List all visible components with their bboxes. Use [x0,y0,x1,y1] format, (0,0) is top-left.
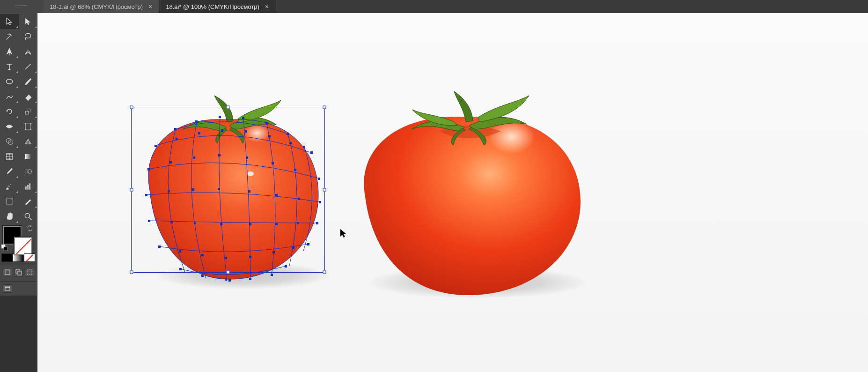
svg-rect-67 [249,223,251,225]
svg-point-6 [25,123,26,125]
perspective-grid-tool[interactable] [19,134,37,149]
svg-rect-40 [176,138,178,140]
free-transform-tool[interactable] [19,119,37,134]
svg-point-30 [218,120,283,167]
svg-rect-4 [28,109,31,112]
column-graph-tool[interactable] [19,179,37,194]
ellipse-tool[interactable] [0,74,19,89]
slice-tool[interactable] [19,194,37,209]
svg-rect-60 [275,194,278,196]
blend-tool[interactable] [19,164,37,179]
default-fill-stroke-icon[interactable] [1,244,8,252]
svg-rect-35 [242,117,244,119]
svg-rect-85 [228,279,231,282]
mesh-object-tomato-left[interactable] [131,82,328,289]
svg-rect-73 [201,254,204,256]
draw-inside-button[interactable] [25,268,34,276]
rotate-tool[interactable] [0,104,19,119]
svg-rect-55 [145,194,147,196]
draw-normal-button[interactable] [3,268,12,276]
stroke-color-swatch[interactable] [14,237,32,255]
zoom-tool[interactable] [19,209,37,224]
svg-rect-50 [218,154,221,156]
svg-rect-49 [193,156,195,159]
svg-point-21 [25,213,29,218]
swap-fill-stroke-icon[interactable] [27,225,33,231]
artboard-tool[interactable] [0,194,19,209]
draw-behind-button[interactable] [14,268,23,276]
symbol-sprayer-tool[interactable] [0,179,19,194]
svg-rect-63 [148,220,150,222]
svg-rect-24 [5,270,10,275]
tool-grid [0,14,37,224]
cursor-icon [339,229,347,238]
type-tool[interactable] [0,59,19,74]
svg-rect-23 [4,247,7,251]
svg-rect-29 [5,287,10,288]
fill-stroke-swatches [0,224,37,253]
svg-rect-59 [248,190,250,193]
mesh-tool[interactable] [0,149,19,164]
svg-rect-83 [271,274,273,276]
svg-point-2 [6,79,12,84]
close-icon[interactable]: × [147,3,153,10]
svg-rect-54 [318,178,320,180]
svg-rect-78 [307,243,309,246]
panel-drag-handle[interactable] [0,0,43,13]
svg-rect-77 [292,246,294,249]
svg-rect-44 [268,135,271,137]
shape-builder-tool[interactable] [0,134,19,149]
close-icon[interactable]: × [264,3,270,10]
svg-rect-75 [249,256,251,258]
hand-tool[interactable] [0,209,19,224]
svg-rect-43 [245,130,247,133]
svg-rect-17 [25,186,27,190]
curvature-tool[interactable] [19,44,37,59]
tools-panel [0,13,37,296]
svg-rect-66 [220,223,222,225]
document-tab-2[interactable]: 18.ai* @ 100% (CMYK/Просмотр) × [159,0,276,13]
gradient-tool[interactable] [19,149,37,164]
svg-rect-62 [319,201,321,203]
reference-image-tomato-right[interactable] [346,75,590,309]
selection-tool[interactable] [0,14,19,29]
svg-rect-41 [198,132,200,134]
svg-point-1 [30,53,31,55]
svg-rect-19 [29,183,31,189]
width-tool[interactable] [0,119,19,134]
svg-rect-70 [316,222,318,224]
document-tab-1[interactable]: 18-1.ai @ 68% (CMYK/Просмотр) × [43,0,159,13]
svg-rect-74 [225,257,227,259]
screen-mode-button[interactable] [3,284,12,293]
svg-rect-27 [27,270,32,275]
svg-rect-48 [169,161,172,164]
svg-rect-71 [158,246,161,248]
canvas[interactable] [37,13,868,372]
paintbrush-tool[interactable] [19,74,37,89]
color-mode-none[interactable] [24,253,35,262]
svg-rect-51 [246,156,248,159]
svg-point-7 [30,123,32,125]
shaper-tool[interactable] [0,89,19,104]
svg-rect-45 [289,142,292,144]
svg-point-15 [28,170,31,173]
svg-rect-84 [285,265,287,268]
scale-tool[interactable] [19,104,37,119]
svg-rect-82 [249,278,251,280]
pen-tool[interactable] [0,44,19,59]
color-mode-solid[interactable] [1,253,13,262]
svg-rect-69 [297,222,299,224]
svg-point-0 [25,53,27,55]
svg-rect-79 [179,268,182,270]
magic-wand-tool[interactable] [0,29,19,44]
svg-point-31 [247,171,254,176]
direct-selection-tool[interactable] [19,14,37,29]
screen-mode-row [0,265,37,279]
svg-rect-5 [25,124,31,129]
line-segment-tool[interactable] [19,59,37,74]
svg-rect-37 [287,133,289,135]
eyedropper-tool[interactable] [0,164,19,179]
svg-rect-80 [201,275,204,277]
lasso-tool[interactable] [19,29,37,44]
eraser-tool[interactable] [19,89,37,104]
